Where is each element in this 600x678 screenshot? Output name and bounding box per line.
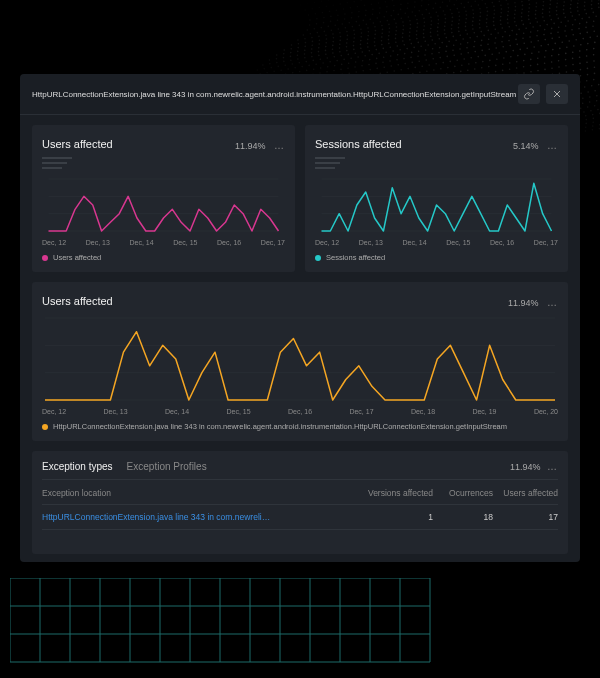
svg-point-467 (367, 42, 369, 44)
svg-point-149 (344, 18, 346, 20)
svg-point-208 (460, 3, 462, 5)
svg-point-343 (487, 11, 489, 13)
svg-point-551 (263, 68, 265, 70)
svg-point-150 (351, 17, 353, 19)
skeleton-lines (42, 157, 285, 169)
svg-point-766 (383, 66, 385, 68)
legend-label: Sessions affected (326, 253, 385, 262)
svg-point-108 (351, 12, 353, 14)
svg-point-154 (379, 12, 381, 14)
svg-point-190 (334, 24, 336, 26)
svg-point-960 (558, 60, 560, 62)
svg-point-1095 (593, 79, 595, 81)
close-icon-button[interactable] (546, 84, 568, 104)
svg-point-105 (330, 16, 332, 18)
svg-point-522 (409, 39, 411, 41)
svg-point-386 (465, 18, 467, 20)
svg-point-67 (329, 11, 331, 13)
exception-location-link[interactable]: HttpURLConnectionExtension.java line 343… (42, 512, 358, 522)
x-tick: Dec, 14 (165, 408, 189, 415)
svg-point-692 (551, 28, 553, 30)
svg-point-1209 (587, 106, 589, 108)
svg-point-995 (551, 67, 553, 69)
chart-menu-icon[interactable]: … (274, 140, 285, 151)
svg-point-1121 (591, 85, 593, 87)
svg-point-813 (393, 70, 395, 72)
svg-point-416 (346, 42, 348, 44)
svg-point-228 (303, 34, 305, 36)
svg-point-530 (465, 29, 467, 31)
svg-point-334 (424, 21, 426, 23)
svg-point-644 (567, 20, 569, 22)
svg-point-367 (332, 41, 334, 43)
svg-point-789 (544, 39, 546, 41)
svg-point-1094 (586, 80, 588, 82)
svg-point-559 (319, 58, 321, 60)
svg-point-411 (311, 48, 313, 50)
svg-point-1034 (587, 68, 589, 70)
svg-point-474 (416, 34, 418, 36)
svg-point-292 (444, 14, 446, 16)
x-tick: Dec, 13 (86, 239, 110, 246)
svg-point-463 (339, 47, 341, 49)
svg-point-621 (406, 48, 408, 50)
svg-point-448 (570, 4, 572, 6)
svg-point-317 (305, 42, 307, 44)
svg-point-341 (473, 13, 475, 15)
chart-value: 5.14% (513, 141, 539, 151)
svg-point-622 (413, 47, 415, 49)
svg-point-742 (550, 33, 552, 35)
svg-point-330 (396, 26, 398, 28)
svg-point-917 (530, 59, 532, 61)
svg-point-598 (592, 12, 594, 14)
svg-point-331 (403, 25, 405, 27)
chart-menu-icon[interactable]: … (547, 297, 558, 308)
svg-point-912 (495, 65, 497, 67)
svg-point-186 (306, 29, 308, 31)
svg-point-956 (530, 65, 532, 67)
svg-point-585 (501, 27, 503, 29)
svg-point-1242 (585, 115, 587, 117)
svg-point-70 (350, 7, 352, 9)
svg-point-37 (353, 1, 355, 3)
svg-point-395 (528, 7, 530, 9)
svg-point-842 (596, 35, 598, 37)
svg-point-746 (578, 28, 580, 30)
svg-point-786 (523, 42, 525, 44)
svg-point-366 (325, 42, 327, 44)
svg-point-575 (431, 39, 433, 41)
svg-point-493 (549, 11, 551, 13)
svg-point-594 (564, 16, 566, 18)
tab-exception-profiles[interactable]: Exception Profiles (127, 461, 207, 472)
svg-point-362 (297, 47, 299, 49)
svg-point-325 (361, 32, 363, 34)
x-axis: Dec, 12Dec, 13Dec, 14Dec, 15Dec, 16Dec, … (315, 239, 558, 246)
svg-point-104 (323, 17, 325, 19)
svg-point-252 (471, 5, 473, 7)
svg-point-771 (418, 60, 420, 62)
svg-point-290 (430, 16, 432, 18)
svg-point-1170 (596, 95, 598, 97)
tab-exception-types[interactable]: Exception types (42, 461, 113, 472)
svg-point-553 (277, 66, 279, 68)
table-header-row: Exception location Versions affected Ocu… (42, 488, 558, 505)
svg-point-278 (346, 31, 348, 33)
svg-point-1292 (585, 130, 587, 132)
svg-point-820 (442, 62, 444, 64)
svg-point-565 (361, 51, 363, 53)
svg-point-485 (493, 21, 495, 23)
svg-point-664 (355, 61, 357, 63)
svg-point-399 (556, 2, 558, 4)
svg-point-604 (287, 68, 289, 70)
svg-point-157 (400, 9, 402, 11)
chart-menu-icon[interactable]: … (547, 140, 558, 151)
svg-point-419 (367, 39, 369, 41)
svg-point-435 (479, 19, 481, 21)
svg-point-291 (437, 15, 439, 17)
link-icon-button[interactable] (518, 84, 540, 104)
tab-menu-icon[interactable]: … (547, 461, 558, 472)
svg-point-450 (584, 1, 586, 3)
x-axis: Dec, 12Dec, 13Dec, 14Dec, 15Dec, 16Dec, … (42, 408, 558, 415)
svg-point-612 (343, 59, 345, 61)
svg-point-390 (493, 13, 495, 15)
